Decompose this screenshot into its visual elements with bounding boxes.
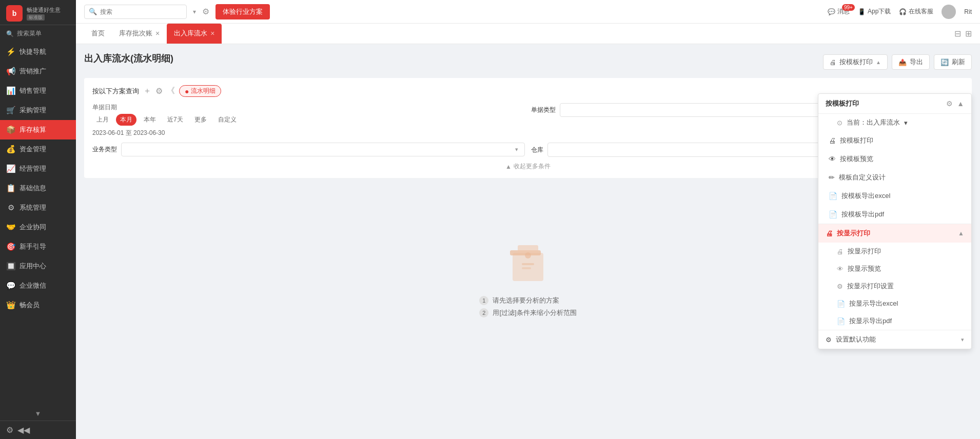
date-last7[interactable]: 近7天 <box>163 114 187 126</box>
service-button[interactable]: 🎧 在线客服 <box>899 7 933 16</box>
finance-icon: 💰 <box>6 145 15 154</box>
basic-icon: 📋 <box>6 184 15 193</box>
display-print-settings-item[interactable]: ⚙ 按显示打印设置 <box>818 277 971 295</box>
sidebar-item-purchase[interactable]: 🛒 采购管理 <box>0 101 76 120</box>
refresh-icon: 🔄 <box>940 58 949 66</box>
print-icon: 🖨 <box>830 58 836 66</box>
toolbar-right: 🖨 按模板打印 ▲ 📤 导出 🔄 刷新 <box>823 54 972 70</box>
sidebar-search[interactable]: 🔍 搜索菜单 <box>0 25 76 42</box>
solution-button[interactable]: 体验行业方案 <box>215 4 270 19</box>
sidebar-item-guide[interactable]: 🎯 新手引导 <box>0 237 76 256</box>
biz-type-chevron: ▾ <box>515 146 518 153</box>
svg-point-5 <box>525 252 531 258</box>
sidebar-item-inventory[interactable]: 📦 库存核算 <box>0 120 76 139</box>
display-export-excel-item[interactable]: 📄 按显示导出excel <box>818 295 971 312</box>
template-export-pdf-item[interactable]: 📄 按模板导出pdf <box>818 205 971 224</box>
sidebar-item-operation[interactable]: 📈 经营管理 <box>0 159 76 178</box>
quick-nav-icon: ⚡ <box>6 47 15 56</box>
sidebar-item-appstore[interactable]: 🔲 应用中心 <box>0 256 76 276</box>
sidebar: b 畅捷通好生意 标准版 🔍 搜索菜单 ⚡ 快捷导航 📢 营销推广 📊 销售管理 <box>0 0 76 439</box>
template-custom-item[interactable]: ✏ 模板自定义设计 <box>818 168 971 187</box>
filter-group-date: 单据日期 上月 本月 本年 近7天 更多 自定义 2023-06-01 至 20… <box>92 103 525 137</box>
message-button[interactable]: 💬 消息 99+ <box>828 7 850 16</box>
dropdown-chevron-up[interactable]: ▲ <box>957 99 964 108</box>
dropdown-footer[interactable]: ⚙ 设置默认功能 ▾ <box>818 330 971 349</box>
tab-window-controls: ⊟ ⊞ <box>954 29 972 38</box>
filter-collapse-icon[interactable]: 《 <box>167 86 175 96</box>
tab-flow-close[interactable]: × <box>210 29 214 37</box>
phone-icon: 📱 <box>858 8 866 15</box>
template-print-section: 🖨 按模板打印 👁 按模板预览 ✏ 模板自定义设计 📄 按模板导出excel <box>818 131 971 224</box>
collapse-icon[interactable]: ◀◀ <box>17 425 30 435</box>
collapse-button[interactable]: ▲ 收起更多条件 <box>505 162 551 171</box>
display-printer-icon: 🖨 <box>837 248 844 255</box>
corp-icon: 🤝 <box>6 223 15 232</box>
warehouse-label: 仓库 <box>531 146 547 154</box>
app-container: b 畅捷通好生意 标准版 🔍 搜索菜单 ⚡ 快捷导航 📢 营销推广 📊 销售管理 <box>0 0 980 439</box>
page-content: 出入库流水(流水明细) 🖨 按模板打印 ▲ 📤 导出 🔄 刷新 <box>76 44 980 439</box>
topbar-search-box: 🔍 <box>84 5 187 19</box>
date-custom[interactable]: 自定义 <box>214 114 241 126</box>
date-last-month[interactable]: 上月 <box>92 114 113 126</box>
sidebar-item-marketing[interactable]: 📢 营销推广 <box>0 62 76 81</box>
footer-settings-icon: ⚙ <box>826 336 832 344</box>
filter-settings-icon[interactable]: ⚙ <box>155 86 163 96</box>
search-input[interactable] <box>100 8 162 15</box>
username-label[interactable]: Rit <box>964 8 972 15</box>
display-print-item[interactable]: 🖨 按显示打印 <box>818 243 971 260</box>
sidebar-item-finance[interactable]: 💰 资金管理 <box>0 139 76 159</box>
display-preview-item[interactable]: 👁 按显示预览 <box>818 260 971 277</box>
date-more[interactable]: 更多 <box>190 114 211 126</box>
sidebar-item-system[interactable]: ⚙ 系统管理 <box>0 198 76 217</box>
system-icon: ⚙ <box>6 203 15 212</box>
inventory-icon: 📦 <box>6 125 15 134</box>
refresh-button[interactable]: 🔄 刷新 <box>934 54 972 70</box>
template-export-excel-item[interactable]: 📄 按模板导出excel <box>818 187 971 205</box>
logo-icon: b <box>6 5 23 22</box>
date-options: 上月 本月 本年 近7天 更多 自定义 <box>92 114 525 126</box>
maximize-icon[interactable]: ⊞ <box>965 29 972 38</box>
app-download-button[interactable]: 📱 App下载 <box>858 7 891 16</box>
sidebar-scroll-down[interactable]: ▼ <box>0 407 76 421</box>
date-label: 单据日期 <box>92 103 525 112</box>
date-this-year[interactable]: 本年 <box>140 114 160 126</box>
dropdown-header-icons: ⚙ ▲ <box>946 99 964 108</box>
sidebar-item-quick-nav[interactable]: ⚡ 快捷导航 <box>0 42 76 62</box>
minimize-icon[interactable]: ⊟ <box>954 29 961 38</box>
display-print-section-header[interactable]: 🖨 按显示打印 ▲ <box>818 224 971 243</box>
sidebar-logo: b 畅捷通好生意 标准版 <box>0 0 76 25</box>
sidebar-item-member[interactable]: 👑 畅会员 <box>0 295 76 315</box>
export-button[interactable]: 📤 导出 <box>892 54 930 70</box>
dropdown-current-item: ⊙ 当前：出入库流水 ▾ <box>818 114 971 131</box>
template-print-item[interactable]: 🖨 按模板打印 <box>818 131 971 150</box>
display-section-arrow: ▲ <box>958 230 964 237</box>
wechat-icon: 💬 <box>6 281 15 290</box>
filter-add-icon[interactable]: ＋ <box>143 86 151 96</box>
biz-type-select[interactable]: ▾ <box>121 143 525 156</box>
message-icon: 💬 <box>828 8 835 15</box>
sidebar-item-wechat[interactable]: 💬 企业微信 <box>0 276 76 295</box>
date-this-month[interactable]: 本月 <box>116 114 136 126</box>
svg-rect-2 <box>518 245 538 253</box>
operation-icon: 📈 <box>6 164 15 173</box>
user-avatar[interactable] <box>942 5 956 19</box>
print-button[interactable]: 🖨 按模板打印 ▲ <box>823 54 888 70</box>
tab-batch-close[interactable]: × <box>155 29 160 37</box>
dropdown-settings-icon[interactable]: ⚙ <box>946 99 953 108</box>
display-preview-icon: 👁 <box>837 265 844 273</box>
template-preview-item[interactable]: 👁 按模板预览 <box>818 150 971 168</box>
topbar-search-chevron[interactable]: ▾ <box>193 8 196 15</box>
sidebar-item-sales[interactable]: 📊 销售管理 <box>0 81 76 101</box>
settings-icon[interactable]: ⚙ <box>6 425 13 435</box>
pdf-icon-1: 📄 <box>829 210 837 218</box>
tab-batch[interactable]: 库存批次账 × <box>112 24 167 44</box>
printer-icon: 🖨 <box>829 136 836 145</box>
tab-flow[interactable]: 出入库流水 × <box>167 24 222 44</box>
tab-home[interactable]: 首页 <box>84 24 112 44</box>
svg-rect-3 <box>522 263 534 265</box>
sidebar-item-basic[interactable]: 📋 基础信息 <box>0 178 76 198</box>
topbar-gear-icon[interactable]: ⚙ <box>202 7 209 16</box>
topbar: 🔍 ▾ ⚙ 体验行业方案 💬 消息 99+ 📱 App下载 🎧 在 <box>76 0 980 24</box>
display-export-pdf-item[interactable]: 📄 按显示导出pdf <box>818 312 971 330</box>
sidebar-item-corp[interactable]: 🤝 企业协同 <box>0 217 76 237</box>
